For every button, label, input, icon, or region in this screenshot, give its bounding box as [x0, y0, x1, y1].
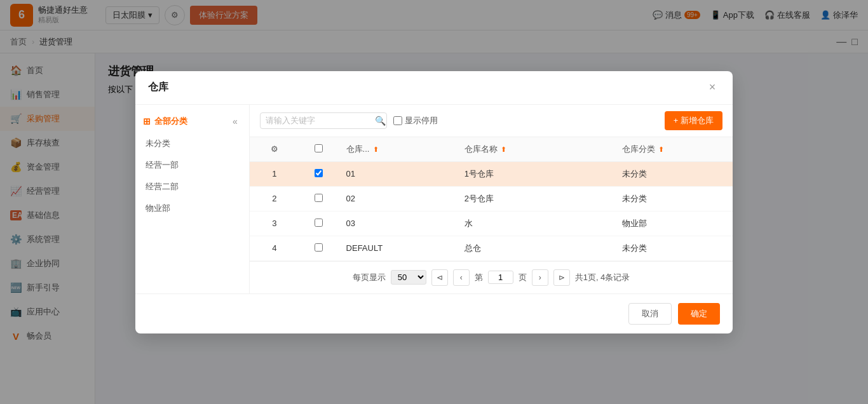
- last-page-button[interactable]: ⊳: [553, 269, 570, 286]
- table-toolbar: 🔍 显示停用 + 新增仓库: [250, 105, 733, 137]
- row-checkbox-cell: [299, 186, 339, 211]
- warehouse-table: ⚙ 仓库... ⬆ 仓库名称: [250, 137, 733, 261]
- category-item-unclassified[interactable]: 未分类: [135, 133, 249, 154]
- confirm-button[interactable]: 确定: [678, 303, 720, 325]
- category-all-label: 全部分类: [154, 116, 187, 127]
- th-code-label: 仓库...: [346, 144, 370, 154]
- grid-icon: ⊞: [143, 116, 151, 126]
- table-row[interactable]: 4 DEFAULT 总仓 未分类: [250, 236, 733, 260]
- category-item-property[interactable]: 物业部: [135, 198, 249, 219]
- category-panel: ⊞ 全部分类 « 未分类 经营一部 经营二部 物业部: [135, 105, 250, 293]
- table-head: ⚙ 仓库... ⬆ 仓库名称: [250, 137, 733, 162]
- row-index: 2: [250, 186, 299, 211]
- warehouse-modal: 仓库 × ⊞ 全部分类 « 未分类 经营一部 经营二部 物业部: [135, 71, 733, 333]
- th-category-label: 仓库分类: [622, 144, 655, 154]
- row-code: DEFAULT: [339, 236, 457, 260]
- row-checkbox[interactable]: [315, 219, 323, 227]
- category-header: ⊞ 全部分类 «: [135, 110, 249, 133]
- table-body: 1 01 1号仓库 未分类 2: [250, 161, 733, 260]
- row-code: 03: [339, 211, 457, 236]
- search-input[interactable]: [266, 116, 372, 125]
- row-name: 水: [457, 211, 614, 236]
- category-sort-icon: ⬆: [658, 145, 664, 153]
- total-info: 共1页, 4条记录: [575, 272, 630, 283]
- data-table: ⚙ 仓库... ⬆ 仓库名称: [250, 137, 733, 261]
- table-row[interactable]: 2 02 2号仓库 未分类: [250, 186, 733, 211]
- row-name: 总仓: [457, 236, 614, 260]
- th-checkbox: [299, 137, 339, 162]
- th-code: 仓库... ⬆: [339, 137, 457, 162]
- row-index: 4: [250, 236, 299, 260]
- row-index: 3: [250, 211, 299, 236]
- pagination: 每页显示 50 10 20 100 ⊲ ‹ 第 页 › ⊳ 共1页, 4条记录: [250, 261, 733, 293]
- table-row[interactable]: 1 01 1号仓库 未分类: [250, 161, 733, 186]
- first-page-button[interactable]: ⊲: [431, 269, 448, 286]
- th-category: 仓库分类 ⬆: [614, 137, 733, 162]
- select-all-checkbox[interactable]: [315, 144, 323, 152]
- cancel-button[interactable]: 取消: [628, 303, 672, 325]
- row-checkbox[interactable]: [315, 169, 323, 177]
- row-checkbox[interactable]: [315, 194, 323, 202]
- th-name-label: 仓库名称: [465, 144, 498, 154]
- row-checkbox-cell: [299, 161, 339, 186]
- add-warehouse-button[interactable]: + 新增仓库: [665, 111, 722, 130]
- show-disabled-checkbox[interactable]: [393, 116, 402, 125]
- row-category: 物业部: [614, 211, 733, 236]
- modal-footer: 取消 确定: [135, 293, 733, 333]
- collapse-button[interactable]: «: [229, 115, 241, 128]
- page-number-input[interactable]: [488, 271, 513, 284]
- th-settings: ⚙: [250, 137, 299, 162]
- code-sort-icon: ⬆: [373, 145, 379, 153]
- category-all-title[interactable]: ⊞ 全部分类: [143, 116, 187, 127]
- row-name: 1号仓库: [457, 161, 614, 186]
- row-checkbox[interactable]: [315, 243, 323, 252]
- show-disabled-toggle[interactable]: 显示停用: [393, 115, 438, 126]
- per-page-select[interactable]: 50 10 20 100: [391, 270, 426, 285]
- page-label: 第: [475, 272, 483, 283]
- modal-body: ⊞ 全部分类 « 未分类 经营一部 经营二部 物业部 🔍: [135, 105, 733, 293]
- modal-overlay: 仓库 × ⊞ 全部分类 « 未分类 经营一部 经营二部 物业部: [0, 0, 868, 404]
- table-panel: 🔍 显示停用 + 新增仓库 ⚙: [250, 105, 733, 293]
- row-index: 1: [250, 161, 299, 186]
- modal-title: 仓库: [148, 81, 168, 94]
- next-page-button[interactable]: ›: [532, 269, 548, 286]
- row-checkbox-cell: [299, 211, 339, 236]
- page-unit: 页: [519, 272, 527, 283]
- prev-page-button[interactable]: ‹: [453, 269, 470, 286]
- per-page-label: 每页显示: [353, 272, 386, 283]
- row-checkbox-cell: [299, 236, 339, 260]
- search-box: 🔍: [260, 112, 387, 129]
- modal-close-button[interactable]: ×: [705, 80, 720, 95]
- row-code: 01: [339, 161, 457, 186]
- table-header-row: ⚙ 仓库... ⬆ 仓库名称: [250, 137, 733, 162]
- modal-header: 仓库 ×: [135, 71, 733, 105]
- name-sort-icon: ⬆: [501, 145, 506, 153]
- search-icon: 🔍: [375, 116, 386, 126]
- th-name: 仓库名称 ⬆: [457, 137, 614, 162]
- row-code: 02: [339, 186, 457, 211]
- row-category: 未分类: [614, 161, 733, 186]
- row-category: 未分类: [614, 186, 733, 211]
- show-disabled-label: 显示停用: [405, 115, 438, 126]
- row-name: 2号仓库: [457, 186, 614, 211]
- category-item-dept2[interactable]: 经营二部: [135, 176, 249, 198]
- row-category: 未分类: [614, 236, 733, 260]
- settings-icon: ⚙: [271, 144, 278, 154]
- category-item-dept1[interactable]: 经营一部: [135, 154, 249, 176]
- table-row[interactable]: 3 03 水 物业部: [250, 211, 733, 236]
